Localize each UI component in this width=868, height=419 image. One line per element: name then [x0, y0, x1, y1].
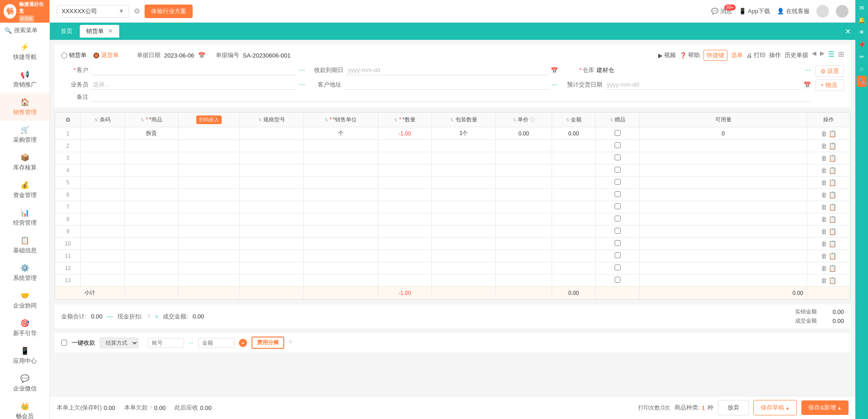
gift-checkbox[interactable]	[615, 228, 621, 234]
row-product[interactable]	[124, 189, 178, 201]
customer-input[interactable]	[91, 65, 297, 75]
user-avatar[interactable]	[816, 5, 829, 18]
right-panel-btn-7[interactable]: 🔧	[857, 76, 867, 87]
row-gift[interactable]	[596, 201, 640, 213]
gift-checkbox[interactable]	[615, 265, 621, 270]
row-gift[interactable]	[596, 226, 640, 238]
row-qty[interactable]: -1.00	[378, 127, 432, 140]
row-qty[interactable]	[378, 152, 432, 164]
filter-btn[interactable]: 选单	[731, 50, 743, 61]
row-pkg-qty[interactable]	[432, 275, 496, 287]
row-barcode[interactable]	[81, 275, 125, 287]
row-spec[interactable]	[240, 213, 304, 226]
row-pkg-qty[interactable]	[432, 164, 496, 177]
delete-row-icon[interactable]: 🗑	[821, 277, 827, 284]
copy-row-icon[interactable]: 📋	[829, 216, 836, 223]
gift-checkbox[interactable]	[615, 154, 621, 160]
delete-row-icon[interactable]: 🗑	[821, 191, 827, 198]
row-spec[interactable]	[240, 127, 304, 140]
row-price[interactable]	[496, 238, 552, 250]
row-amount[interactable]	[552, 164, 596, 177]
row-gift[interactable]	[596, 238, 640, 250]
save-new-button[interactable]: 保存&新增 ▲	[801, 400, 849, 415]
message-button[interactable]: 💬 消息 99+	[711, 7, 732, 15]
video-btn[interactable]: ▶ 视频	[658, 50, 676, 61]
payment-amount-input[interactable]	[198, 338, 234, 348]
copy-row-icon[interactable]: 📋	[829, 130, 836, 137]
row-price[interactable]	[496, 226, 552, 238]
row-product[interactable]	[124, 275, 178, 287]
row-amount[interactable]	[552, 226, 596, 238]
row-spec[interactable]	[240, 177, 304, 189]
setting-button[interactable]: ⚙ 设置	[815, 65, 844, 77]
row-amount[interactable]	[552, 189, 596, 201]
salesperson-dots-icon[interactable]: ···	[299, 81, 305, 89]
row-amount[interactable]	[552, 238, 596, 250]
copy-row-icon[interactable]: 📋	[829, 265, 836, 272]
row-barcode[interactable]	[81, 262, 125, 275]
delete-row-icon[interactable]: 🗑	[821, 142, 827, 149]
due-date-input[interactable]	[346, 65, 548, 75]
row-barcode[interactable]	[81, 140, 125, 152]
scan-btn[interactable]: 扫码录入	[196, 116, 222, 124]
header-gear-icon[interactable]: ⚙	[134, 7, 140, 15]
delete-row-icon[interactable]: 🗑	[821, 130, 827, 137]
row-unit[interactable]	[304, 164, 378, 177]
row-unit[interactable]	[304, 226, 378, 238]
row-unit[interactable]: 个	[304, 127, 378, 140]
sidebar-item-member[interactable]: 👑 畅会员	[0, 397, 49, 419]
row-gift[interactable]	[596, 275, 640, 287]
delete-row-icon[interactable]: 🗑	[821, 179, 827, 186]
row-barcode[interactable]	[81, 189, 125, 201]
sidebar-item-sales[interactable]: 🏠 销售管理	[0, 93, 49, 121]
row-product[interactable]	[124, 152, 178, 164]
right-panel-btn-4[interactable]: 📌	[857, 39, 867, 50]
sidebar-item-purchase[interactable]: 🛒 采购管理	[0, 121, 49, 149]
row-price[interactable]	[496, 177, 552, 189]
date-calendar-icon[interactable]: 📅	[198, 52, 205, 59]
copy-row-icon[interactable]: 📋	[829, 154, 836, 162]
copy-row-icon[interactable]: 📋	[829, 252, 836, 260]
row-price[interactable]	[496, 201, 552, 213]
row-product[interactable]	[124, 262, 178, 275]
row-unit[interactable]	[304, 189, 378, 201]
col-gear[interactable]: ⚙	[55, 113, 81, 127]
row-amount[interactable]	[552, 177, 596, 189]
gift-checkbox[interactable]	[615, 203, 621, 209]
expected-date-calendar-icon[interactable]: 📅	[804, 82, 811, 88]
company-select[interactable]: XXXXXX公司 ▼	[57, 5, 129, 18]
row-price[interactable]	[496, 250, 552, 262]
gift-checkbox[interactable]	[615, 142, 621, 148]
prev-icon[interactable]: ◀	[812, 50, 816, 61]
row-amount[interactable]	[552, 275, 596, 287]
row-unit[interactable]	[304, 275, 378, 287]
discount-help-icon[interactable]: ?	[147, 313, 150, 320]
row-spec[interactable]	[240, 275, 304, 287]
copy-row-icon[interactable]: 📋	[829, 167, 836, 174]
row-pkg-qty[interactable]	[432, 213, 496, 226]
row-gift[interactable]	[596, 152, 640, 164]
row-barcode[interactable]	[81, 201, 125, 213]
row-amount[interactable]	[552, 140, 596, 152]
row-unit[interactable]	[304, 238, 378, 250]
row-amount[interactable]	[552, 152, 596, 164]
row-pkg-qty[interactable]	[432, 201, 496, 213]
delete-row-icon[interactable]: 🗑	[821, 252, 827, 260]
row-barcode[interactable]	[81, 226, 125, 238]
row-unit[interactable]	[304, 213, 378, 226]
row-pkg-qty[interactable]	[432, 262, 496, 275]
expected-date-input[interactable]	[605, 80, 801, 90]
sidebar-item-wechat[interactable]: 💬 企业微信	[0, 370, 49, 397]
row-spec[interactable]	[240, 201, 304, 213]
warehouse-dots-icon[interactable]: ···	[805, 66, 811, 74]
copy-row-icon[interactable]: 📋	[829, 142, 836, 149]
account-input[interactable]	[148, 338, 184, 348]
expense-split-button[interactable]: 费用分摊	[252, 337, 284, 349]
row-qty[interactable]	[378, 275, 432, 287]
row-product[interactable]	[124, 238, 178, 250]
trial-button[interactable]: 体验行业方案	[145, 5, 193, 18]
delete-row-icon[interactable]: 🗑	[821, 228, 827, 235]
row-price[interactable]	[496, 275, 552, 287]
delete-row-icon[interactable]: 🗑	[821, 216, 827, 223]
row-qty[interactable]	[378, 250, 432, 262]
